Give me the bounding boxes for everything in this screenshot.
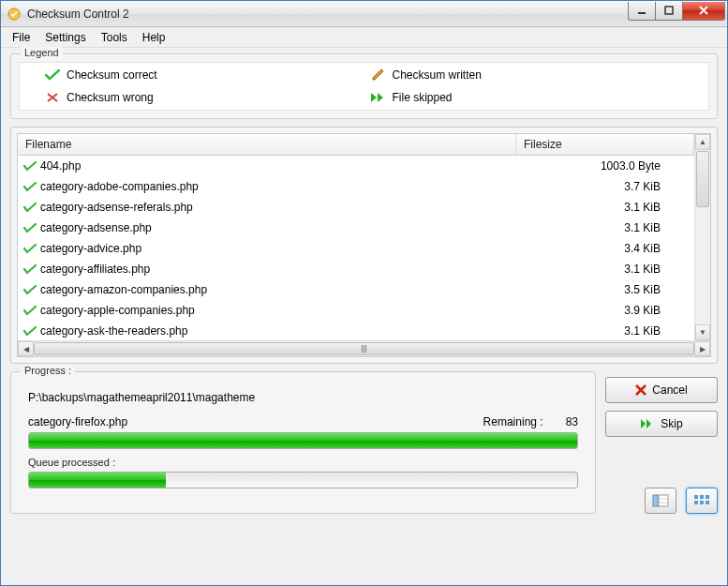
- filesize-cell: 3.1 KiB: [520, 324, 689, 338]
- table-row[interactable]: category-ask-the-readers.php3.1 KiB: [18, 321, 694, 340]
- skip-icon: [640, 419, 655, 428]
- bottom-panel: Progress : P:\backups\magathemeapril2011…: [10, 371, 718, 514]
- vertical-scrollbar[interactable]: ▲ ▼: [694, 134, 710, 340]
- skip-button[interactable]: Skip: [605, 411, 718, 437]
- cancel-button[interactable]: Cancel: [605, 377, 718, 403]
- filesize-cell: 3.5 KiB: [520, 283, 689, 296]
- cancel-label: Cancel: [652, 383, 687, 397]
- check-icon: [23, 244, 37, 254]
- queue-progressbar: [28, 472, 578, 488]
- col-filename[interactable]: Filename: [18, 134, 516, 155]
- current-file: category-firefox.php: [28, 415, 127, 428]
- svg-rect-8: [700, 495, 704, 499]
- filesize-cell: 3.9 KiB: [520, 304, 689, 317]
- check-icon: [23, 182, 37, 192]
- filename-cell: category-adobe-companies.php: [40, 180, 199, 193]
- content-area: Legend Checksum correct Checksum written…: [1, 48, 727, 585]
- grid-view-button[interactable]: [686, 488, 718, 514]
- filename-cell: category-advice.php: [40, 242, 141, 255]
- table-row[interactable]: category-adobe-companies.php3.7 KiB: [18, 176, 694, 197]
- window-controls: [629, 2, 725, 21]
- minimize-button[interactable]: [628, 2, 656, 21]
- app-icon: [7, 7, 22, 22]
- table-row[interactable]: category-amazon-companies.php3.5 KiB: [18, 279, 694, 300]
- skip-label: Skip: [661, 417, 682, 430]
- scroll-up-icon[interactable]: ▲: [695, 134, 710, 150]
- progress-title: Progress :: [21, 365, 75, 376]
- col-filesize[interactable]: Filesize: [516, 134, 694, 155]
- svg-rect-3: [653, 495, 658, 506]
- filesize-cell: 3.7 KiB: [520, 180, 689, 193]
- close-button[interactable]: [682, 2, 725, 21]
- check-icon: [23, 306, 37, 316]
- queue-progress-fill: [29, 473, 166, 488]
- legend-label: Checksum correct: [67, 68, 364, 82]
- table-header[interactable]: Filename Filesize: [18, 134, 694, 156]
- filename-cell: category-apple-companies.php: [40, 304, 195, 317]
- menu-tools[interactable]: Tools: [94, 29, 135, 46]
- check-icon: [23, 285, 37, 295]
- skip-icon: [364, 92, 393, 103]
- list-view-icon: [652, 494, 669, 507]
- filename-cell: category-affiliates.php: [40, 263, 150, 276]
- check-icon: [23, 203, 37, 213]
- filename-cell: 404.php: [40, 159, 81, 173]
- app-window: Checksum Control 2 File Settings Tools H…: [0, 0, 728, 586]
- queue-label: Queue processed :: [28, 457, 578, 468]
- file-progress-fill: [29, 433, 577, 448]
- filename-cell: category-adsense.php: [40, 221, 152, 234]
- filename-cell: category-adsense-referals.php: [40, 201, 193, 214]
- filesize-cell: 3.4 KiB: [520, 242, 689, 255]
- hscroll-thumb[interactable]: [34, 342, 694, 355]
- menubar: File Settings Tools Help: [1, 27, 727, 48]
- check-icon: [23, 264, 37, 275]
- filesize-cell: 3.1 KiB: [520, 263, 689, 276]
- table-row[interactable]: 404.php1003.0 Byte: [18, 156, 694, 176]
- table-rows: 404.php1003.0 Bytecategory-adobe-compani…: [18, 156, 694, 340]
- table-row[interactable]: category-adsense-referals.php3.1 KiB: [18, 197, 694, 218]
- window-title: Checksum Control 2: [27, 8, 629, 21]
- filename-cell: category-ask-the-readers.php: [40, 324, 187, 338]
- filesize-cell: 3.1 KiB: [520, 221, 689, 234]
- file-progressbar: [28, 432, 578, 449]
- scroll-down-icon[interactable]: ▼: [695, 324, 710, 340]
- table-row[interactable]: category-advice.php3.4 KiB: [18, 238, 694, 259]
- grid-view-icon: [693, 494, 710, 507]
- pencil-icon: [364, 68, 393, 82]
- legend-title: Legend: [21, 47, 63, 58]
- side-buttons: Cancel Skip: [605, 371, 718, 514]
- legend-grid: Checksum correct Checksum written Checks…: [19, 62, 709, 111]
- svg-rect-12: [706, 501, 709, 504]
- legend-label: Checksum written: [393, 68, 691, 82]
- check-icon: [38, 69, 67, 81]
- filename-cell: category-amazon-companies.php: [40, 283, 207, 296]
- svg-rect-9: [706, 495, 709, 499]
- list-view-button[interactable]: [645, 488, 676, 514]
- menu-file[interactable]: File: [5, 29, 37, 46]
- table-row[interactable]: category-apple-companies.php3.9 KiB: [18, 300, 694, 321]
- view-toggle: [605, 474, 718, 514]
- titlebar[interactable]: Checksum Control 2: [1, 1, 727, 27]
- menu-help[interactable]: Help: [135, 29, 173, 46]
- horizontal-scrollbar[interactable]: ◀ ▶: [18, 340, 710, 356]
- maximize-button[interactable]: [655, 2, 683, 21]
- menu-settings[interactable]: Settings: [37, 29, 93, 46]
- table-row[interactable]: category-adsense.php3.1 KiB: [18, 218, 694, 238]
- table-group: Filename Filesize 404.php1003.0 Bytecate…: [10, 127, 718, 364]
- scroll-thumb[interactable]: [696, 151, 709, 207]
- progress-group: Progress : P:\backups\magathemeapril2011…: [10, 371, 596, 514]
- legend-label: File skipped: [393, 91, 691, 104]
- svg-rect-7: [694, 495, 698, 499]
- svg-rect-11: [700, 501, 704, 504]
- scroll-left-icon[interactable]: ◀: [18, 341, 34, 356]
- check-icon: [23, 326, 37, 337]
- filesize-cell: 3.1 KiB: [520, 201, 689, 214]
- progress-path: P:\backups\magathemeapril2011\magatheme: [28, 391, 578, 404]
- svg-rect-1: [638, 12, 646, 14]
- cancel-icon: [635, 384, 646, 396]
- scroll-right-icon[interactable]: ▶: [694, 341, 710, 356]
- table-row[interactable]: category-affiliates.php3.1 KiB: [18, 259, 694, 279]
- file-table: Filename Filesize 404.php1003.0 Bytecate…: [17, 133, 711, 357]
- remaining-value: 83: [566, 415, 578, 428]
- svg-rect-4: [659, 495, 668, 506]
